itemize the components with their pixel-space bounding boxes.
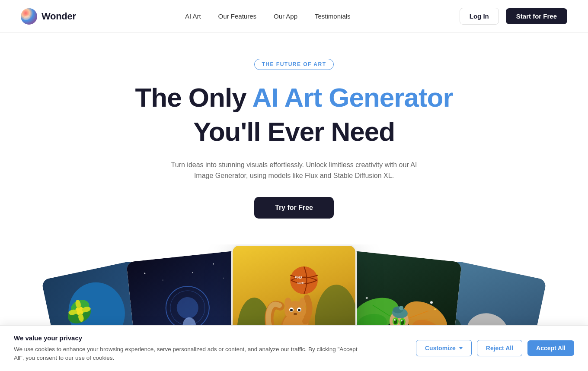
nav-our-features[interactable]: Our Features	[218, 13, 256, 20]
hero-title-line2: You'll Ever Need	[9, 116, 579, 147]
hero-title: The Only AI Art Generator You'll Ever Ne…	[9, 82, 579, 147]
chevron-down-icon	[459, 347, 463, 349]
svg-text:CanBr: CanBr	[297, 282, 304, 284]
svg-point-42	[294, 313, 297, 315]
try-for-free-button[interactable]: Try for Free	[254, 197, 334, 219]
hero-title-highlight: AI Art Generator	[252, 82, 453, 112]
svg-point-41	[298, 309, 300, 311]
cookie-title: We value your privacy	[14, 334, 368, 342]
start-for-free-button[interactable]: Start for Free	[506, 8, 567, 24]
hero-description: Turn ideas into stunning visuals effortl…	[164, 159, 424, 181]
navbar: Wonder AI Art Our Features Our App Testi…	[0, 0, 588, 33]
nav-our-app[interactable]: Our App	[274, 13, 297, 20]
nav-ai-art[interactable]: AI Art	[185, 13, 201, 20]
reject-all-button[interactable]: Reject All	[477, 340, 522, 356]
customize-button[interactable]: Customize	[416, 340, 472, 356]
cookie-text: We use cookies to enhance your browsing …	[14, 345, 368, 363]
login-button[interactable]: Log In	[460, 8, 499, 25]
cookie-actions: Customize Reject All Accept All	[416, 340, 574, 356]
logo[interactable]: Wonder	[21, 8, 76, 25]
nav-testimonials[interactable]: Testimonials	[315, 13, 351, 20]
svg-point-32	[290, 266, 318, 294]
accept-all-button[interactable]: Accept All	[527, 340, 574, 356]
svg-point-40	[290, 309, 293, 311]
cookie-text-area: We value your privacy We use cookies to …	[14, 334, 368, 363]
hero-title-plain: The Only	[135, 82, 252, 112]
logo-text: Wonder	[42, 11, 76, 22]
hero-badge: THE FUTURE OF ART	[254, 59, 333, 70]
nav-links: AI Art Our Features Our App Testimonials	[185, 13, 351, 20]
hero-section: THE FUTURE OF ART The Only AI Art Genera…	[0, 33, 588, 371]
cookie-banner: We value your privacy We use cookies to …	[0, 325, 588, 371]
nav-actions: Log In Start for Free	[460, 8, 567, 25]
svg-point-36	[284, 298, 291, 308]
logo-icon	[21, 8, 37, 25]
svg-text:PINU: PINU	[295, 276, 302, 279]
